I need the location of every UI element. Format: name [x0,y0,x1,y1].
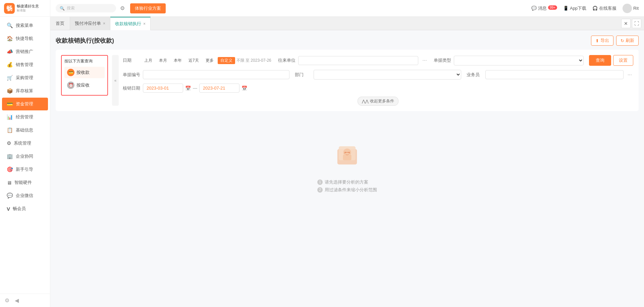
staff-more-icon[interactable]: ··· [626,72,633,78]
sidebar-item-label: 库存核算 [16,88,33,94]
sidebar-item-label: 系统管理 [14,140,31,146]
doc-num-label: 单据编号 [123,72,140,78]
collapse-filter-button[interactable]: « [112,55,119,106]
topbar-search[interactable]: 🔍 搜索 [56,4,116,12]
counterpart-more-icon[interactable]: ··· [421,57,428,63]
sidebar-item-inventory[interactable]: 📦 库存核算 [2,85,48,97]
filter-panel: 按以下方案查询 💳 按收款 ⏰ 按应收 « [56,50,639,111]
sidebar-item-marketing[interactable]: 📣 营销推广 [2,45,48,58]
dept-label: 部门 [295,72,311,78]
sidebar-item-sales[interactable]: 💰 销售管理 [2,58,48,71]
refresh-button[interactable]: ↻ 刷新 [616,36,639,46]
collapse-more-button[interactable]: ⋀⋀ 收起更多条件 [358,97,398,106]
settings-icon[interactable]: ⚙ [5,297,9,304]
query-button[interactable]: 查询 [589,55,611,66]
enterprise-icon: 🏢 [7,153,13,159]
dept-select[interactable] [314,70,462,80]
sidebar-item-basic-info[interactable]: 📋 基础信息 [2,124,48,137]
date-tab-this-month[interactable]: 本月 [156,57,170,64]
date-tab-last-month[interactable]: 上月 [142,57,155,64]
sidebar-item-quick-nav[interactable]: 🏠 快捷导航 [2,32,48,45]
sidebar-item-label: 营销推广 [16,49,33,55]
sidebar-item-guide[interactable]: 🎯 新手引导 [2,163,48,176]
offset-date-field: 核销日期 📅 — 📅 [123,84,633,93]
sidebar: 畅 畅捷通好生意 标准版 🔍 搜索菜单 🏠 快捷导航 📣 营销推广 💰 销售管理… [0,0,50,307]
date-tab-this-year[interactable]: 本年 [171,57,184,64]
sidebar-item-label: 采购管理 [16,75,33,81]
doc-type-select[interactable] [454,56,584,65]
offset-date-end-input[interactable] [199,84,239,93]
sidebar-item-business[interactable]: 📊 经营管理 [2,111,48,123]
dept-field: 部门 [295,70,462,80]
tab-collect-offset[interactable]: 收款核销执行 × [110,17,151,30]
tab-expand-button[interactable]: ⛶ [632,19,641,28]
user-profile[interactable]: Rit [623,4,639,13]
sidebar-item-search-menu[interactable]: 🔍 搜索菜单 [2,19,48,32]
tab-label: 收款核销执行 [115,21,141,27]
date-no-limit: 不限 至 2023-07-26 [236,58,271,63]
filter-option-by-receipt[interactable]: 💳 按收款 [64,67,105,78]
tab-home[interactable]: 首页 [50,17,70,30]
industry-solution-button[interactable]: 体验行业方案 [130,3,166,13]
export-icon: ⬆ [595,38,599,43]
tab-close-button[interactable]: ✕ [621,19,631,28]
calendar-end-icon[interactable]: 📅 [241,86,247,91]
collapse-up-icon: ⋀⋀ [362,99,369,104]
date-tab-custom[interactable]: 自定义 [218,57,235,64]
filter-option-by-receivable[interactable]: ⏰ 按应收 [64,80,105,91]
sidebar-item-member[interactable]: V 畅会员 [2,202,48,215]
tip-num-2: 2 [317,187,323,193]
sidebar-item-label: 新手引导 [16,166,33,172]
calendar-start-icon[interactable]: 📅 [185,86,191,91]
tab-close-collect-offset[interactable]: × [143,21,146,26]
svg-rect-3 [343,155,352,160]
main-area: 🔍 搜索 ⚙ 体验行业方案 💬 消息 99+ 📱 App下载 🎧 在线客服 Ri… [50,0,644,307]
service-icon: 🎧 [592,6,598,11]
empty-tip-1: 请先选择要分析的方案 [325,178,368,186]
settings-gear-icon[interactable]: ⚙ [120,5,125,11]
sales-icon: 💰 [7,62,13,68]
smart-hw-icon: 🖥 [7,180,12,186]
guide-icon: 🎯 [7,166,13,172]
date-tabs: 上月 本月 本年 近7天 更多 自定义 不限 至 2023-07-26 [142,57,271,64]
online-service-button[interactable]: 🎧 在线客服 [592,5,616,11]
staff-label: 业务员 [467,72,483,78]
setting-button[interactable]: 设置 [613,55,633,66]
page-actions: ⬆ 导出 ↻ 刷新 [591,36,639,46]
tab-close-prepay[interactable]: × [103,21,105,26]
sidebar-item-purchase[interactable]: 🛒 采购管理 [2,71,48,84]
tab-prepay[interactable]: 预付冲应付单 × [70,17,110,30]
export-button[interactable]: ⬆ 导出 [591,36,613,46]
logo-text: 畅捷通好生意 [17,4,39,8]
collapse-more-label: 收起更多条件 [370,98,394,104]
app-download-button[interactable]: 📱 App下载 [563,5,586,11]
counterpart-input[interactable] [298,56,418,65]
date-tab-7days[interactable]: 近7天 [186,57,202,64]
refresh-label: 刷新 [626,38,634,44]
offset-date-start-input[interactable] [143,84,183,93]
sidebar-item-finance[interactable]: 💳 资金管理 [2,98,48,110]
sidebar-item-wechat[interactable]: 💬 企业微信 [2,189,48,202]
sidebar-item-label: 快捷导航 [16,36,33,42]
date-tab-more[interactable]: 更多 [203,57,216,64]
svg-point-4 [344,152,346,153]
counterpart-field: 往来单位 ··· [278,56,428,65]
sidebar-item-enterprise[interactable]: 🏢 企业协同 [2,150,48,163]
date-field: 日期 上月 本月 本年 近7天 更多 自定义 不限 至 2023-07-26 [123,57,273,64]
tab-label: 预付冲应付单 [75,20,101,27]
doc-num-input[interactable] [143,70,289,79]
basic-info-icon: 📋 [7,127,13,133]
empty-tip-row-1: 1 请先选择要分析的方案 [317,178,377,186]
message-button[interactable]: 💬 消息 99+ [531,5,557,11]
collapse-sidebar-icon[interactable]: ◀ [15,297,19,304]
filter-label-title: 按以下方案查询 [64,58,105,64]
sidebar-item-system[interactable]: ⚙ 系统管理 [2,137,48,150]
staff-input[interactable] [485,70,623,79]
filter-option-label: 按应收 [76,82,90,88]
wechat-icon: 💬 [7,193,13,199]
tip-num-1: 1 [317,180,323,185]
counterpart-label: 往来单位 [278,57,296,63]
empty-state: 1 请先选择要分析的方案 2 用过滤条件来缩小分析范围 [56,111,639,221]
member-icon: V [7,206,10,212]
sidebar-item-smart-hw[interactable]: 🖥 智能硬件 [2,176,48,189]
